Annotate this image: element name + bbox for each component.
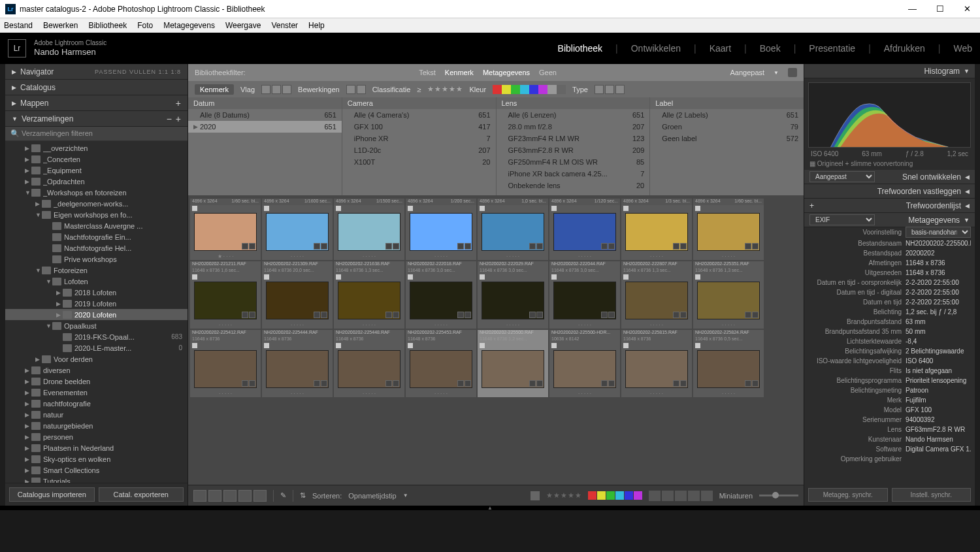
minimize-button[interactable]: —: [904, 3, 921, 15]
close-button[interactable]: ✕: [960, 3, 975, 15]
next-button[interactable]: [688, 491, 700, 501]
meta-row[interactable]: L1D-20c207: [342, 144, 496, 156]
module-boek[interactable]: Boek: [760, 43, 781, 54]
meta-row[interactable]: iPhone XR7: [342, 133, 496, 144]
maximize-button[interactable]: ☐: [932, 3, 948, 15]
compare-view-button[interactable]: [223, 490, 237, 502]
navigator-header[interactable]: ▶ Navigator PASSEND VULLEN 1:1 1:8: [5, 64, 188, 80]
sort-direction-icon[interactable]: ⇅: [300, 491, 306, 500]
thumbnail-cell[interactable]: NH20200202-225824.RAF11648 x 8736 0,5 se…: [693, 330, 764, 397]
tree-item[interactable]: 2019-FKS-Opaal...683: [5, 331, 188, 342]
thumbnail-cell[interactable]: NH20200202-221309.RAF11648 x 8736 20,0 s…: [262, 261, 333, 329]
thumbnail-cell[interactable]: NH20200202-225500.RAF11648 x 8736 1,2 se…: [478, 330, 548, 397]
meta-row[interactable]: Alle (6 Lenzen)651: [497, 109, 650, 121]
tree-item[interactable]: ▶Plaatsen in Nederland: [5, 442, 188, 453]
thumbnail-cell[interactable]: NH20200202-225351.RAF11648 x 8736 1,3 se…: [693, 261, 764, 329]
tree-item[interactable]: ▼Eigen workshops en fo...: [5, 209, 188, 220]
rotate-ccw-button[interactable]: [649, 491, 661, 501]
histogram-display[interactable]: [808, 82, 971, 148]
meta-preset-select[interactable]: basis-nandoharms...: [906, 227, 971, 238]
thumbnail-cell[interactable]: 4896 x 32641/3 sec. bi...· · · · ·: [621, 199, 692, 260]
meta-field[interactable]: SoftwareDigital Camera GFX 1...: [808, 444, 971, 454]
meta-field[interactable]: LensGF63mmF2.8 R WR: [808, 425, 971, 434]
meta-field[interactable]: Opmerking gebruiker: [808, 454, 971, 464]
meta-row[interactable]: Groen79: [650, 121, 804, 133]
tree-item[interactable]: ▶__overzichten: [5, 142, 188, 154]
menu-foto[interactable]: Foto: [137, 21, 153, 30]
meta-row[interactable]: ▶2020651: [188, 121, 342, 133]
meta-field[interactable]: BelichtingsprogrammaPrioriteit lensopeni…: [808, 376, 971, 385]
type-video-icon[interactable]: [615, 85, 625, 94]
exif-select[interactable]: EXIF: [809, 214, 875, 225]
meta-row[interactable]: Geen label572: [650, 133, 804, 144]
tree-item[interactable]: 2020-LE-master...0: [5, 342, 188, 353]
menu-help[interactable]: Help: [308, 21, 325, 30]
filter-tab-kenmerk[interactable]: Kenmerk: [445, 69, 474, 76]
thumbnail-cell[interactable]: NH20200202-222807.RAF11648 x 8736 1,3 se…: [621, 261, 692, 329]
thumbnail-cell[interactable]: 4896 x 32641,0 sec. bi...· · · · ·: [478, 199, 548, 260]
tree-item[interactable]: ▶_deelgenomen-works...: [5, 198, 188, 209]
thumbnail-cell[interactable]: NH20200202-222044.RAF11648 x 8736 3,0 se…: [549, 261, 620, 329]
thumbnail-cell[interactable]: NH20200202-225412.RAF11648 x 8736· · · ·…: [190, 330, 261, 397]
tree-item[interactable]: ▶_Equipment: [5, 165, 188, 176]
color-label-swatch[interactable]: [606, 491, 615, 500]
type-master-icon[interactable]: [595, 85, 604, 94]
tree-item[interactable]: ▶2020 Lofoten: [5, 309, 188, 320]
toolbar-flag-icon[interactable]: [531, 491, 540, 500]
filter-tab-geen[interactable]: Geen: [539, 69, 557, 76]
module-ontwikkelen[interactable]: Ontwikkelen: [631, 43, 681, 54]
tree-item[interactable]: ▶Voor derden: [5, 353, 188, 365]
menu-bestand[interactable]: Bestand: [4, 21, 33, 30]
meta-field[interactable]: FlitsIs niet afgegaan: [808, 366, 971, 376]
tree-item[interactable]: ▶_Concerten: [5, 154, 188, 165]
catalogus-header[interactable]: ▶ Catalogus: [5, 80, 188, 95]
thumbnail-cell[interactable]: 4896 x 32641/1600 sec...· · · · ·: [262, 199, 333, 260]
type-vcopy-icon[interactable]: [605, 85, 614, 94]
thumbnail-cell[interactable]: 4896 x 32641/200 sec...· · · · ·: [406, 199, 476, 260]
unedit-icon[interactable]: [357, 85, 366, 94]
tree-item[interactable]: ▶Drone beelden: [5, 376, 188, 387]
meta-row[interactable]: 28.0 mm f/2.8207: [497, 121, 650, 133]
meta-row[interactable]: X100T20: [342, 156, 496, 168]
meta-column-header[interactable]: Datum: [188, 97, 342, 109]
tree-item[interactable]: ▼Lofoten: [5, 276, 188, 287]
meta-row[interactable]: GF63mmF2.8 R WR209: [497, 144, 650, 156]
thumbnail-cell[interactable]: NH20200202-225453.RAF11648 x 8736· · · ·…: [406, 330, 476, 397]
slideshow-button[interactable]: [701, 491, 713, 501]
menu-bibliotheek[interactable]: Bibliotheek: [88, 21, 127, 30]
tree-item[interactable]: Nachtfotografie Hel...: [5, 242, 188, 253]
module-bibliotheek[interactable]: Bibliotheek: [558, 43, 603, 54]
module-web[interactable]: Web: [953, 43, 972, 54]
chevron-down-icon[interactable]: ▼: [403, 493, 408, 498]
color-label-swatch[interactable]: [625, 491, 633, 500]
filter-preset-select[interactable]: Aangepast: [730, 69, 764, 76]
loupe-view-button[interactable]: [208, 490, 221, 502]
export-catalog-button[interactable]: Catal. exporteren: [99, 487, 184, 502]
meta-row[interactable]: GFX 100417: [342, 121, 496, 133]
meta-field[interactable]: ModelGFX 100: [808, 405, 971, 415]
tree-item[interactable]: ▶diversen: [5, 365, 188, 376]
sort-select[interactable]: Opnametijdstip: [348, 492, 396, 500]
color-label-swatch[interactable]: [634, 491, 642, 500]
rating-compare-icon[interactable]: ≥: [417, 86, 421, 93]
tree-item[interactable]: ▶2018 Lofoten: [5, 287, 188, 298]
meta-field[interactable]: Belichtingsafwijking2 Belichtingswaarde: [808, 346, 971, 356]
people-view-button[interactable]: [253, 490, 267, 502]
meta-row[interactable]: GF23mmF4 R LM WR123: [497, 133, 650, 144]
color-swatch[interactable]: [529, 85, 538, 94]
tree-item[interactable]: ▶Tutorials: [5, 476, 188, 483]
tree-item[interactable]: ▶2019 Lofoten: [5, 298, 188, 309]
painter-icon[interactable]: ✎: [280, 491, 286, 500]
prev-button[interactable]: [675, 491, 687, 501]
thumbnail-cell[interactable]: NH20200202-221211.RAF11648 x 8736 1,6 se…: [190, 261, 261, 329]
meta-field[interactable]: ISO-waarde lichtgevoeligheidISO 6400: [808, 356, 971, 366]
verzamelingen-header[interactable]: ▼ Verzamelingen − +: [5, 111, 188, 127]
tree-item[interactable]: ▼_Workshops en fotoreizen: [5, 187, 188, 198]
meta-field[interactable]: Brandpuntsafstand 35 mm50 mm: [808, 327, 971, 336]
thumbnail-cell[interactable]: 4896 x 32641/1500 sec...· · · · ·: [334, 199, 404, 260]
survey-view-button[interactable]: [238, 490, 252, 502]
meta-field[interactable]: Datum en tijd - digitaal2-2-2020 22:55:0…: [808, 287, 971, 297]
meta-row[interactable]: Alle (4 Camera's)651: [342, 109, 496, 121]
sync-metadata-button[interactable]: Metageg. synchr.: [808, 488, 888, 502]
meta-field[interactable]: BelichtingsmetingPatroon: [808, 385, 971, 395]
